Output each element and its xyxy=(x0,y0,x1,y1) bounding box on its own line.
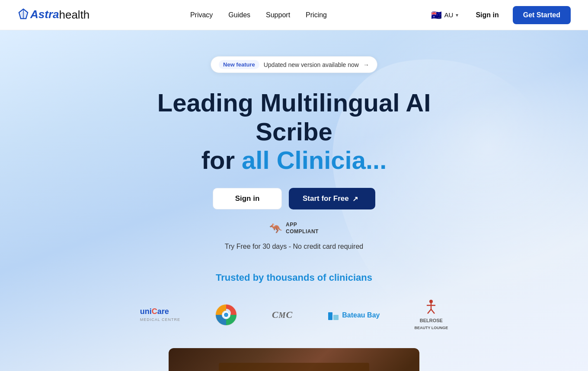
svg-point-9 xyxy=(429,300,433,303)
logo-icon xyxy=(17,8,29,22)
chevron-down-icon: ▾ xyxy=(456,12,458,18)
nav-support[interactable]: Support xyxy=(266,11,290,19)
svg-point-6 xyxy=(224,313,228,317)
trusted-title: Trusted by thousands of clinicians xyxy=(0,272,588,283)
locale-label: AU xyxy=(444,11,454,19)
kangaroo-icon: 🦘 xyxy=(269,222,282,235)
hero-title-highlight: all Clinicia... xyxy=(242,146,387,174)
cmc-logo: CMC xyxy=(272,309,293,320)
hero-buttons: Sign in Start for Free ↗ xyxy=(213,188,375,209)
svg-line-13 xyxy=(431,309,435,314)
belrose-logo: BELROSEBEAUTY LOUNGE xyxy=(414,299,448,331)
hero-signin-button[interactable]: Sign in xyxy=(213,188,282,209)
badge-description: Updated new version available now xyxy=(264,61,359,68)
hero-title-line1: Leading Multilingual AI Scribe xyxy=(157,89,431,146)
nav-privacy[interactable]: Privacy xyxy=(190,11,213,19)
hero-section: New feature Updated new version availabl… xyxy=(0,30,588,371)
video-inner xyxy=(169,348,419,371)
partner-logos: uniCare MEDICAL CENTRE xyxy=(0,299,588,331)
bateau-icon-svg xyxy=(327,309,339,321)
logo-astra-text: Astra xyxy=(17,8,59,22)
app-compliant-text: APPCompliant xyxy=(286,222,319,235)
trial-text: Try Free for 30 days - No credit card re… xyxy=(225,243,363,251)
logo-health-text: health xyxy=(59,8,89,22)
bateau-bay-logo: Bateau Bay xyxy=(327,309,380,321)
belrose-text: BELROSEBEAUTY LOUNGE xyxy=(414,317,448,331)
nav-guides[interactable]: Guides xyxy=(228,11,250,19)
nav-links: Privacy Guides Support Pricing xyxy=(190,11,327,19)
get-started-button[interactable]: Get Started xyxy=(513,6,571,24)
video-preview[interactable] xyxy=(169,348,419,371)
badge-new-label: New feature xyxy=(219,60,259,69)
locale-selector[interactable]: 🇦🇺 AU ▾ xyxy=(428,7,462,23)
logo[interactable]: Astrahealth xyxy=(17,8,89,22)
start-btn-label: Start for Free xyxy=(303,194,349,203)
hero-start-button[interactable]: Start for Free ↗ xyxy=(289,188,375,209)
navbar: Astrahealth Privacy Guides Support Prici… xyxy=(0,0,588,30)
au-flag-icon: 🇦🇺 xyxy=(431,10,442,20)
crossplus-svg xyxy=(215,304,237,326)
svg-rect-8 xyxy=(333,315,339,320)
badge-arrow-icon: → xyxy=(363,61,369,68)
svg-rect-7 xyxy=(328,312,332,320)
hero-title: Leading Multilingual AI Scribe for all C… xyxy=(117,89,471,175)
app-compliant-badge: 🦘 APPCompliant xyxy=(269,222,319,235)
belrose-figure-svg xyxy=(423,299,439,314)
announcement-badge[interactable]: New feature Updated new version availabl… xyxy=(211,56,377,73)
hero-title-line2-prefix: for xyxy=(201,146,242,174)
nav-right: 🇦🇺 AU ▾ Sign in Get Started xyxy=(428,6,571,24)
trusted-section: Trusted by thousands of clinicians uniCa… xyxy=(0,272,588,348)
nav-pricing[interactable]: Pricing xyxy=(306,11,327,19)
belrose-figure-icon xyxy=(414,299,448,317)
bateau-text: Bateau Bay xyxy=(342,311,380,319)
signin-nav-button[interactable]: Sign in xyxy=(469,8,505,22)
svg-line-12 xyxy=(428,309,431,314)
unicare-logo: uniCare MEDICAL CENTRE xyxy=(140,308,180,322)
crossplus-logo xyxy=(215,304,237,326)
external-link-icon: ↗ xyxy=(352,195,358,203)
